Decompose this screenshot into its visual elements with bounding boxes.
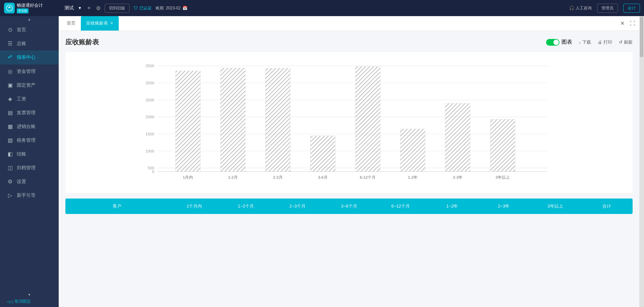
scrollbar-thumb[interactable] bbox=[640, 17, 643, 57]
svg-text:3年以上: 3年以上 bbox=[495, 175, 509, 179]
download-icon: ↓ bbox=[579, 40, 581, 45]
sidebar-item-label: 工资 bbox=[17, 96, 26, 102]
sidebar-item-inventory[interactable]: ▦ 进销台账 bbox=[0, 120, 59, 133]
sidebar-scroll-up[interactable]: ▲ bbox=[0, 16, 59, 22]
col-total: 合计 bbox=[581, 199, 633, 214]
sidebar: ▲ ⊙ 首页 ☰ 总账 报表中心 ◎ 资金管理 bbox=[0, 16, 59, 307]
edition-badge: 专业版 bbox=[17, 8, 29, 13]
svg-text:0: 0 bbox=[152, 169, 154, 174]
sidebar-item-label: 发票管理 bbox=[17, 110, 36, 116]
page-content: 应收账龄表 图表 ↓ 下载 🖨 打印 bbox=[59, 31, 639, 307]
sidebar-item-reports[interactable]: 报表中心 bbox=[0, 50, 59, 64]
sidebar-item-label: 固定资产 bbox=[17, 82, 36, 88]
report-header: 应收账龄表 图表 ↓ 下载 🖨 打印 bbox=[65, 38, 633, 47]
svg-point-1 bbox=[9, 6, 10, 8]
chart-container: 2500 2500 2500 2000 1500 1000 500 0 bbox=[65, 52, 633, 193]
col-2-3-month: 2~3个月 bbox=[272, 199, 323, 214]
shield-icon: 🛡 bbox=[133, 5, 138, 11]
sidebar-item-invoice[interactable]: ▤ 发票管理 bbox=[0, 106, 59, 120]
sidebar-item-assets[interactable]: ▣ 固定资产 bbox=[0, 78, 59, 92]
sidebar-item-label: 进销台账 bbox=[17, 124, 36, 130]
sidebar-item-settings[interactable]: ⚙ 设置 bbox=[0, 175, 59, 188]
print-icon: 🖨 bbox=[598, 40, 602, 45]
bar-3-plus-year bbox=[490, 120, 515, 172]
col-customer: 客户 bbox=[65, 199, 168, 214]
svg-text:2500: 2500 bbox=[146, 81, 154, 85]
svg-text:1500: 1500 bbox=[146, 132, 154, 136]
sidebar-item-label: 税务管理 bbox=[17, 137, 36, 143]
salary-icon: ◈ bbox=[7, 96, 13, 102]
print-label: 打印 bbox=[603, 39, 612, 45]
sidebar-item-home[interactable]: ⊙ 首页 bbox=[0, 23, 59, 37]
sidebar-item-label: 结账 bbox=[17, 151, 26, 157]
ledger-icon: ☰ bbox=[7, 40, 13, 47]
bar-1-2-month bbox=[220, 68, 245, 171]
table-container: 客户 1个月内 1~2个月 2~3个月 3~6个月 6~12个月 1~2年 2~… bbox=[65, 199, 633, 214]
assets-icon: ▣ bbox=[7, 82, 13, 88]
sidebar-item-tax[interactable]: ▧ 税务管理 bbox=[0, 133, 59, 147]
tab-home-label: 首页 bbox=[67, 20, 75, 26]
sidebar-item-ledger[interactable]: ☰ 总账 bbox=[0, 37, 59, 50]
bar-2-3-year bbox=[445, 103, 470, 172]
company-dropdown-icon[interactable]: ▼ bbox=[78, 6, 82, 10]
svg-text:2-3月: 2-3月 bbox=[273, 175, 283, 179]
sidebar-item-funds[interactable]: ◎ 资金管理 bbox=[0, 64, 59, 78]
chart-toggle[interactable]: 图表 bbox=[546, 39, 572, 46]
bar-3-6-month bbox=[310, 136, 335, 172]
refresh-button[interactable]: ↺ 刷新 bbox=[619, 39, 633, 45]
inventory-icon: ▦ bbox=[7, 123, 13, 130]
svg-text:2500: 2500 bbox=[146, 98, 154, 102]
toggle-track[interactable] bbox=[546, 39, 559, 46]
calendar-icon[interactable]: 📅 bbox=[182, 6, 187, 10]
col-1-2-year: 1~2年 bbox=[426, 199, 478, 214]
refresh-label: 刷新 bbox=[624, 39, 633, 45]
admin-button[interactable]: 管理员 bbox=[597, 4, 618, 13]
sidebar-item-label: 新手引导 bbox=[17, 192, 36, 199]
download-button[interactable]: ↓ 下载 bbox=[579, 39, 591, 45]
tab-close-icon[interactable]: ✕ bbox=[110, 21, 113, 26]
col-6-12-month: 6~12个月 bbox=[375, 199, 426, 214]
svg-text:6-12个月: 6-12个月 bbox=[360, 175, 376, 179]
print-button[interactable]: 🖨 打印 bbox=[598, 39, 612, 45]
accountant-button[interactable]: 会计 bbox=[623, 4, 640, 13]
period-value: 2023-02 bbox=[166, 6, 180, 10]
tab-expand-button[interactable]: ⛶ bbox=[629, 19, 637, 28]
header-gear-icon[interactable]: ⚙ bbox=[96, 5, 101, 11]
table-header: 客户 1个月内 1~2个月 2~3个月 3~6个月 6~12个月 1~2年 2~… bbox=[65, 199, 633, 214]
tab-aging[interactable]: 应收账龄表 ✕ bbox=[81, 16, 119, 31]
sidebar-item-close[interactable]: ◧ 结账 bbox=[0, 147, 59, 161]
add-company-icon[interactable]: + bbox=[86, 5, 92, 12]
settings-icon: ⚙ bbox=[7, 178, 13, 185]
sidebar-scroll-down[interactable]: ▼ bbox=[0, 292, 59, 298]
scrollbar-track[interactable] bbox=[639, 16, 644, 307]
svg-text:2000: 2000 bbox=[146, 115, 154, 119]
pin-label: 取消固定 bbox=[15, 299, 31, 304]
support-button[interactable]: 🎧 人工咨询 bbox=[569, 5, 592, 11]
archive-icon: ◫ bbox=[7, 165, 13, 171]
svg-text:2500: 2500 bbox=[146, 63, 154, 68]
chart-wrapper: 2500 2500 2500 2000 1500 1000 500 0 bbox=[72, 59, 626, 186]
certified-label: 已认证 bbox=[140, 5, 152, 11]
headset-icon: 🎧 bbox=[569, 6, 574, 10]
sidebar-item-guide[interactable]: ▷ 新手引导 bbox=[0, 188, 59, 202]
chart-svg: 2500 2500 2500 2000 1500 1000 500 0 bbox=[72, 59, 626, 186]
svg-text:1月内: 1月内 bbox=[183, 175, 193, 179]
home-icon: ⊙ bbox=[7, 27, 13, 33]
app-name: 畅捷通好会计 bbox=[17, 3, 43, 8]
refresh-icon: ↺ bbox=[619, 40, 623, 45]
support-label: 人工咨询 bbox=[576, 5, 592, 11]
toggle-label: 图表 bbox=[561, 39, 572, 46]
switch-old-version-button[interactable]: 切到旧版 bbox=[105, 4, 129, 13]
svg-text:1000: 1000 bbox=[146, 149, 154, 153]
header-right: 🎧 人工咨询 管理员 会计 bbox=[569, 4, 640, 13]
tab-close-button[interactable]: ✕ bbox=[619, 19, 626, 28]
col-2-3-year: 2~3年 bbox=[478, 199, 530, 214]
sidebar-item-label: 归档管理 bbox=[17, 165, 36, 171]
tab-bar: 首页 应收账龄表 ✕ ✕ ⛶ bbox=[59, 16, 639, 31]
funds-icon: ◎ bbox=[7, 68, 13, 75]
sidebar-item-label: 设置 bbox=[17, 179, 26, 185]
sidebar-item-salary[interactable]: ◈ 工资 bbox=[0, 92, 59, 106]
tab-home[interactable]: 首页 bbox=[61, 16, 81, 31]
tab-aging-label: 应收账龄表 bbox=[86, 20, 108, 26]
sidebar-item-archive[interactable]: ◫ 归档管理 bbox=[0, 161, 59, 175]
